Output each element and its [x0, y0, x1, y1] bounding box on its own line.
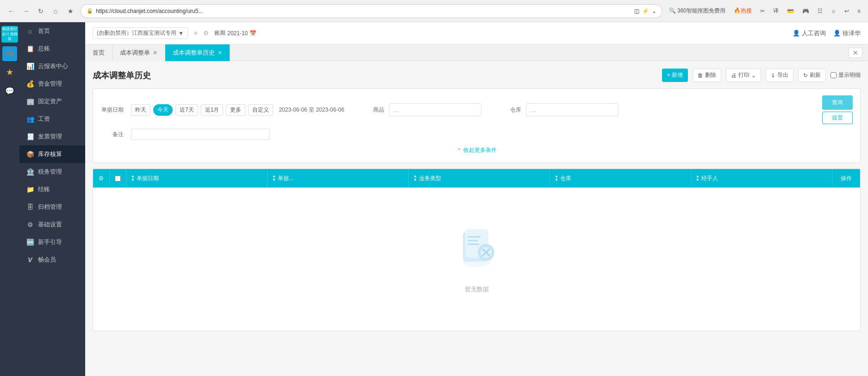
- print-button[interactable]: 🖨 打印 ⌄: [726, 69, 761, 82]
- brand-icon-notifications[interactable]: ✉: [2, 46, 17, 61]
- remark-input[interactable]: [131, 129, 270, 140]
- sidebar-item-guide[interactable]: 🆕 新手引导: [19, 233, 85, 251]
- th-handler[interactable]: ▲▼ 经手人: [691, 169, 832, 188]
- warehouse-selector[interactable]: ...: [526, 103, 618, 116]
- tax-icon: 🏦: [26, 168, 34, 175]
- add-company-btn[interactable]: +: [194, 29, 198, 38]
- sidebar-item-invoice[interactable]: 🧾 发票管理: [19, 128, 85, 145]
- sidebar-item-home[interactable]: ⌂ 首页: [19, 22, 85, 40]
- tab-cost-adjust-history-close[interactable]: ✕: [218, 50, 222, 56]
- th-checkbox[interactable]: [110, 169, 126, 188]
- th-settings[interactable]: ⚙: [93, 169, 110, 188]
- scissors-tool[interactable]: ✂: [757, 7, 768, 15]
- app-logo: 畅捷通好会计 旗舰版: [1, 26, 18, 43]
- th-date[interactable]: ▲▼ 单据日期: [126, 169, 268, 188]
- sidebar-item-settings[interactable]: ⚙ 基础设置: [19, 216, 85, 233]
- sidebar-item-label: 新手引导: [38, 238, 62, 246]
- search-tool[interactable]: 🔍 360智能抠图免费用: [666, 6, 728, 16]
- add-button[interactable]: + 新增: [662, 69, 688, 82]
- username: 徐泽华: [843, 29, 861, 38]
- date-btn-yesterday[interactable]: 昨天: [131, 104, 150, 116]
- delete-icon: 🗑: [698, 72, 703, 79]
- wallet-tool[interactable]: 💳: [784, 7, 797, 15]
- date-btn-7days[interactable]: 近7天: [175, 104, 198, 116]
- th-biz-type[interactable]: ▲▼ 业务类型: [409, 169, 550, 188]
- sidebar-item-vip[interactable]: V 畅会员: [19, 251, 85, 269]
- user-profile[interactable]: 👤 徐泽华: [833, 29, 861, 38]
- sidebar-item-ledger[interactable]: 📋 总账: [19, 40, 85, 57]
- browser-chrome: ← → ↻ ⌂ ★ 🔒 https://cloud.chanjet.com/ac…: [0, 0, 868, 22]
- date-btn-more[interactable]: 更多: [226, 104, 245, 116]
- refresh-button[interactable]: ↻ 刷新: [798, 69, 826, 82]
- show-detail-checkbox[interactable]: 显示明细: [831, 71, 861, 79]
- page-content: 成本调整单历史 + 新增 🗑 删除 🖨 打印 ⌄ ⇓ 导出: [85, 61, 868, 376]
- collapse-arrow-icon: ⌃: [457, 147, 462, 154]
- sidebar-item-tax[interactable]: 🏦 税务管理: [19, 163, 85, 181]
- bookmark-button[interactable]: ★: [64, 5, 77, 18]
- tab-cost-adjust-history-label: 成本调整单历史: [173, 49, 215, 57]
- brand-icon-star[interactable]: ★: [2, 65, 17, 80]
- th-handler-label: 经手人: [701, 175, 718, 182]
- game-tool[interactable]: 🎮: [799, 7, 812, 15]
- select-all-checkbox[interactable]: [115, 175, 121, 182]
- brand-icon-chat[interactable]: 💬: [2, 83, 17, 98]
- sidebar-item-inventory[interactable]: 📦 库存核算: [19, 145, 85, 163]
- date-btn-1month[interactable]: 近1月: [201, 104, 224, 116]
- back-button[interactable]: ←: [5, 5, 18, 18]
- th-actions: 操作: [832, 169, 860, 188]
- refresh-button[interactable]: ↻: [34, 5, 47, 18]
- address-bar[interactable]: 🔒 https://cloud.chanjet.com/accounting/u…: [81, 4, 662, 18]
- closing-icon: 📁: [26, 186, 34, 193]
- service-button[interactable]: 👤 人工咨询: [793, 29, 826, 38]
- tab-cost-adjust-history[interactable]: 成本调整单历史 ✕: [165, 44, 230, 61]
- remark-label: 备注: [100, 131, 124, 138]
- sidebar-item-closing[interactable]: 📁 结账: [19, 181, 85, 198]
- sidebar-item-fixed-assets[interactable]: 🏢 固定资产: [19, 93, 85, 110]
- translate-tool[interactable]: 译: [770, 6, 781, 16]
- goods-selector[interactable]: ...: [389, 103, 481, 116]
- service-icon: 👤: [793, 30, 800, 37]
- export-button[interactable]: ⇓ 导出: [766, 69, 793, 82]
- brightness-tool[interactable]: ☼: [828, 7, 839, 15]
- sidebar-item-payroll[interactable]: 👥 工资: [19, 110, 85, 128]
- date-btn-custom[interactable]: 自定义: [248, 104, 273, 116]
- delete-button[interactable]: 🗑 删除: [693, 69, 721, 82]
- th-number-label: 单据...: [278, 175, 293, 182]
- th-number[interactable]: ▲▼ 单据...: [268, 169, 409, 188]
- sidebar-item-label: 固定资产: [38, 97, 62, 106]
- grid-tool[interactable]: ☷: [815, 7, 825, 15]
- sidebar-item-funds[interactable]: 💰 资金管理: [19, 75, 85, 93]
- sidebar-item-reports[interactable]: 📊 云报表中心: [19, 57, 85, 75]
- date-sort-icon: ▲▼: [131, 175, 135, 182]
- menu-tool[interactable]: ≡: [855, 7, 863, 15]
- tab-cost-adjust-close[interactable]: ✕: [153, 50, 157, 56]
- sidebar-item-archive[interactable]: 🗄 归档管理: [19, 198, 85, 216]
- th-date-label: 单据日期: [137, 175, 159, 182]
- user-icon: 👤: [833, 30, 841, 37]
- th-warehouse[interactable]: ▲▼ 仓库: [550, 169, 691, 188]
- tab-cost-adjust[interactable]: 成本调整单 ✕: [112, 44, 165, 61]
- tab-close-all[interactable]: ✕: [849, 48, 862, 58]
- collapse-button[interactable]: ⌃ 收起更多条件: [457, 144, 497, 156]
- main-area: (勿删勿禁用）江西服宝测试专用 ▼ + ⚙ 账期 2021-10 📅 👤 人工咨…: [85, 22, 868, 376]
- biztype-sort-icon: ▲▼: [413, 175, 417, 182]
- date-btn-today[interactable]: 今天: [153, 104, 173, 116]
- company-dropdown-icon: ▼: [178, 30, 184, 37]
- filter-settings-button[interactable]: 设置: [822, 112, 853, 124]
- hot-search[interactable]: 🔥热搜: [731, 6, 755, 16]
- warehouse-sort-icon: ▲▼: [555, 175, 558, 182]
- handler-sort-icon: ▲▼: [696, 175, 699, 182]
- tab-home[interactable]: 首页: [85, 44, 112, 61]
- forward-button[interactable]: →: [19, 5, 32, 18]
- undo-tool[interactable]: ↩: [842, 7, 852, 15]
- calendar-icon[interactable]: 📅: [250, 30, 256, 37]
- show-detail-input[interactable]: [831, 72, 837, 78]
- company-selector[interactable]: (勿删勿禁用）江西服宝测试专用 ▼: [93, 27, 188, 39]
- home-button[interactable]: ⌂: [49, 5, 62, 18]
- settings-gear-icon[interactable]: ⚙: [203, 30, 209, 37]
- table-header: ⚙ ▲▼ 单据日期 ▲▼ 单据... ▲▼ 业务类型: [93, 169, 860, 188]
- table-container: ⚙ ▲▼ 单据日期 ▲▼ 单据... ▲▼ 业务类型: [93, 169, 861, 331]
- print-dropdown-icon: ⌄: [751, 72, 756, 79]
- service-label: 人工咨询: [802, 29, 826, 38]
- query-button[interactable]: 查询: [822, 95, 853, 110]
